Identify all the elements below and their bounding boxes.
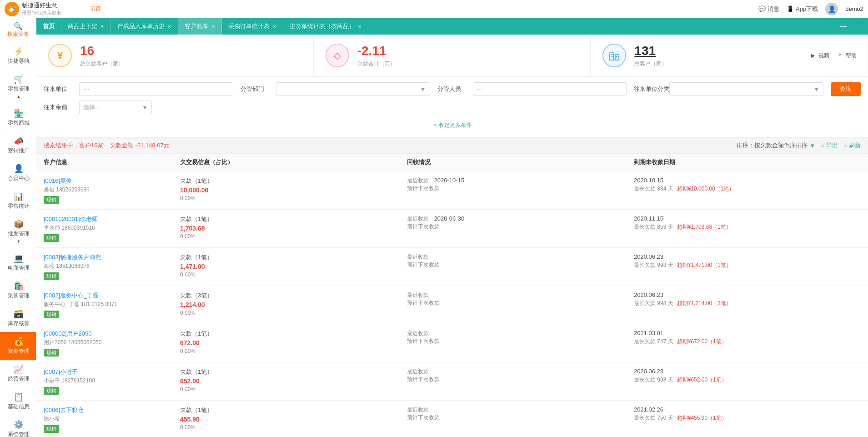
message-button[interactable]: 💬 消息 bbox=[758, 5, 779, 13]
video-label[interactable]: 视频 bbox=[818, 52, 829, 60]
overdue-link[interactable]: 超期¥1,471.00（1笔） bbox=[677, 261, 732, 269]
tab-customer-account[interactable]: 客户账本 ✕ bbox=[178, 18, 222, 35]
debt-percent: 0.00% bbox=[180, 348, 407, 354]
page-content: ¥ 16 总欠款客户（家） ◇ bbox=[36, 35, 868, 437]
tab-product-status[interactable]: 商品上下架 ✕ bbox=[61, 18, 111, 35]
sidebar-item-ecommerce[interactable]: 💻 电商管理 bbox=[0, 249, 36, 276]
app-download-label: App下载 bbox=[796, 5, 818, 13]
overdue-cell: 2020.06.23 最长欠款 998 天 超期¥652.00（1笔） bbox=[634, 368, 861, 384]
customer-name[interactable]: [0007]小进干 bbox=[44, 368, 180, 376]
stat-number-amount: -2.11 bbox=[357, 44, 396, 58]
sidebar-item-retail-mall[interactable]: 🏪 零售商城 bbox=[0, 104, 36, 131]
recovery-label: 最近收款 2020-06-30 bbox=[407, 215, 634, 223]
customer-name[interactable]: [000002]用户2050 bbox=[44, 330, 180, 338]
operations-icon: 📈 bbox=[4, 364, 33, 374]
customer-tag: 现销 bbox=[44, 311, 59, 318]
tab-stock-stats[interactable]: 进货单统计表（按商品） ✕ bbox=[283, 18, 368, 35]
tab-customer-account-close[interactable]: ✕ bbox=[211, 24, 215, 30]
tab-purchase-stats-close[interactable]: ✕ bbox=[272, 24, 276, 30]
table-row: [0001020001]李老师 李老师 18600391516 现销 欠款（1笔… bbox=[36, 210, 868, 248]
customer-info-cell: [0016]吴俊 吴俊 13026203696 现销 bbox=[44, 177, 180, 204]
search-button[interactable]: 查询 bbox=[831, 82, 861, 96]
sidebar-search[interactable]: 🔍 搜索菜单 bbox=[0, 18, 36, 42]
refresh-button[interactable]: ○ 刷新 bbox=[843, 141, 861, 150]
customer-name[interactable]: [0001020001]李老师 bbox=[44, 215, 180, 223]
stat-icon-circle-customers: ¥ bbox=[48, 44, 72, 67]
tab-product-status-label: 商品上下架 bbox=[68, 22, 97, 30]
message-icon: 💬 bbox=[758, 5, 766, 12]
sidebar-item-marketing[interactable]: 📣 营销推广 bbox=[0, 131, 36, 159]
sidebar-item-inventory[interactable]: 🗃️ 库存核算 bbox=[0, 304, 36, 332]
overdue-link[interactable]: 超期¥10,000.00（1笔） bbox=[677, 185, 735, 193]
debt-amount[interactable]: 1,214.00 bbox=[180, 301, 407, 308]
customer-name[interactable]: [0006]去下粮仓 bbox=[44, 406, 180, 414]
source-unit-input[interactable]: ··· bbox=[79, 82, 233, 96]
tab-home[interactable]: 首页 bbox=[36, 18, 61, 35]
customer-name[interactable]: [0003]畅捷服务尹海燕 bbox=[44, 253, 180, 261]
debt-amount[interactable]: 1,471.00 bbox=[180, 263, 407, 270]
overdue-link[interactable]: 超期¥672.00（1笔） bbox=[677, 338, 727, 346]
sidebar-item-retail-mgmt[interactable]: 🛒 零售管理 ▲ bbox=[0, 70, 36, 104]
person-input[interactable]: ··· bbox=[473, 82, 627, 96]
filter-unit-category: 往来单位分类 ▼ bbox=[634, 82, 823, 96]
debt-amount[interactable]: 1,703.68 bbox=[180, 225, 407, 232]
sidebar-item-finance[interactable]: 💰 资金管理 bbox=[0, 332, 36, 360]
tab-product-status-close[interactable]: ✕ bbox=[100, 24, 104, 30]
collapse-button[interactable]: ∧ 收起更多条件 bbox=[44, 119, 861, 132]
tab-expand-btn[interactable]: ⛶ bbox=[852, 21, 864, 31]
filter-row-1: 往来单位 ··· 分管部门 ▼ bbox=[44, 82, 861, 96]
recovery-next: 预计下次收款 bbox=[407, 261, 634, 269]
sidebar-item-purchase-mgmt[interactable]: 🛍️ 采购管理 bbox=[0, 276, 36, 304]
debt-amount[interactable]: 10,000.00 bbox=[180, 186, 407, 194]
app-download-button[interactable]: 📱 App下载 bbox=[787, 5, 818, 13]
recovery-next: 预计下次收款 bbox=[407, 414, 634, 422]
balance-select[interactable]: 选择... ▼ bbox=[79, 100, 152, 114]
sidebar-item-basic-info[interactable]: 📋 基础信息 bbox=[0, 387, 36, 415]
tab-product-history-label: 产成品入库单历史 bbox=[117, 22, 165, 30]
sidebar-item-operations[interactable]: 📈 经营管理 bbox=[0, 360, 36, 387]
overdue-link[interactable]: 超期¥652.00（1笔） bbox=[677, 376, 727, 384]
recovery-label: 最近收款 2020-10-15 bbox=[407, 177, 634, 185]
logo-text-wrap: 畅捷通好生意 母婴行业演示账套 bbox=[22, 1, 62, 16]
debt-percent: 0.00% bbox=[180, 195, 407, 201]
stat-card-customers: ¥ 16 总欠款客户（家） bbox=[36, 35, 314, 76]
dept-select[interactable]: ▼ bbox=[276, 82, 430, 96]
table-row: [0007]小进干 小进干 18279152100 现销 欠款（1笔） 652.… bbox=[36, 362, 868, 401]
help-label[interactable]: 帮助 bbox=[846, 52, 857, 60]
sidebar-item-quick-nav[interactable]: ⚡ 快捷导航 bbox=[0, 42, 36, 70]
unit-category-select[interactable]: ▼ bbox=[669, 82, 823, 96]
sidebar-item-retail-stats[interactable]: 📊 零售统计 bbox=[0, 187, 36, 215]
debt-amount[interactable]: 672.00 bbox=[180, 339, 407, 347]
customer-contact: 海燕 18513066976 bbox=[44, 262, 180, 270]
customer-info-cell: [0001020001]李老师 李老师 18600391516 现销 bbox=[44, 215, 180, 242]
tab-product-history[interactable]: 产成品入库单历史 ✕ bbox=[111, 18, 178, 35]
tab-stock-stats-close[interactable]: ✕ bbox=[357, 24, 361, 30]
refresh-label: 刷新 bbox=[849, 141, 861, 150]
balance-arrow: ▼ bbox=[142, 104, 148, 111]
export-button[interactable]: ○ 导出 bbox=[821, 141, 838, 150]
sidebar-label-retail-stats: 零售统计 bbox=[4, 202, 33, 210]
overdue-link[interactable]: 超期¥455.90（1笔） bbox=[677, 414, 727, 422]
building-icon bbox=[608, 49, 621, 62]
debt-count: 欠款（1笔） bbox=[180, 406, 407, 414]
tab-purchase-stats[interactable]: 采购订单统计表 ✕ bbox=[222, 18, 283, 35]
customer-name[interactable]: [0016]吴俊 bbox=[44, 177, 180, 185]
customer-name[interactable]: [0002]服务中心_丁磊 bbox=[44, 291, 180, 300]
debt-amount[interactable]: 455.90 bbox=[180, 416, 407, 423]
overdue-link[interactable]: 超期¥1,703.68（1笔） bbox=[677, 223, 732, 231]
nav-label[interactable]: 示踪 bbox=[90, 5, 101, 13]
sidebar-item-system[interactable]: ⚙️ 系统管理 bbox=[0, 415, 36, 437]
sort-select[interactable]: 排序：按欠款金额倒序排序 ▼ bbox=[737, 141, 815, 150]
debt-percent: 0.00% bbox=[180, 271, 407, 278]
customer-info-cell: [000002]用户2050 用户2050 18665062050 现销 bbox=[44, 330, 180, 357]
sidebar-item-member-center[interactable]: 👤 会员中心 bbox=[0, 159, 36, 187]
debt-amount[interactable]: 652.00 bbox=[180, 377, 407, 385]
tab-product-history-close[interactable]: ✕ bbox=[167, 24, 171, 30]
overdue-link[interactable]: 超期¥1,214.00（3笔） bbox=[677, 300, 732, 307]
debt-cell: 欠款（3笔） 1,214.00 0.00% bbox=[180, 291, 407, 316]
sidebar-item-batch-mgmt[interactable]: 📦 批发管理 ▼ bbox=[0, 215, 36, 249]
avatar[interactable]: 👤 bbox=[825, 3, 838, 15]
tab-minimize-btn[interactable]: — bbox=[837, 21, 850, 31]
retail-mgmt-arrow: ▲ bbox=[17, 94, 21, 99]
overdue-cell: 2020.06.23 最长欠款 998 天 超期¥1,214.00（3笔） bbox=[634, 291, 861, 307]
